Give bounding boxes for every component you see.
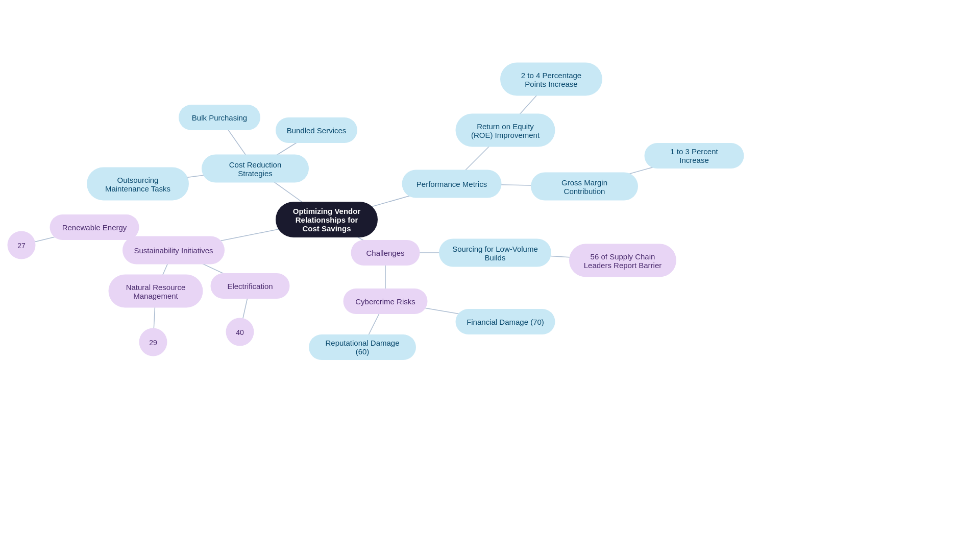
- node-circle_40[interactable]: 40: [226, 318, 254, 346]
- node-outsourcing[interactable]: Outsourcing Maintenance Tasks: [87, 167, 189, 201]
- node-natural_resource[interactable]: Natural Resource Management: [109, 275, 203, 308]
- node-electrification[interactable]: Electrification: [211, 273, 290, 299]
- node-bundled_services[interactable]: Bundled Services: [276, 117, 357, 143]
- node-supply_chain_barrier[interactable]: 56 of Supply Chain Leaders Report Barrie…: [569, 244, 676, 277]
- node-reputational_damage[interactable]: Reputational Damage (60): [309, 334, 416, 360]
- node-bulk_purchasing[interactable]: Bulk Purchasing: [179, 105, 260, 130]
- node-percentage_increase[interactable]: 2 to 4 Percentage Points Increase: [500, 63, 602, 96]
- node-cost_reduction[interactable]: Cost Reduction Strategies: [202, 155, 309, 183]
- node-circle_29[interactable]: 29: [139, 328, 167, 356]
- mindmap-container: Optimizing Vendor Relationships for Cost…: [0, 0, 980, 553]
- node-sustainability[interactable]: Sustainability Initiatives: [122, 236, 225, 265]
- node-center[interactable]: Optimizing Vendor Relationships for Cost…: [276, 202, 378, 237]
- node-gross_margin[interactable]: Gross Margin Contribution: [531, 173, 638, 201]
- node-one_to_three[interactable]: 1 to 3 Percent Increase: [645, 143, 744, 169]
- node-renewable_energy[interactable]: Renewable Energy: [50, 214, 139, 240]
- node-circle_27[interactable]: 27: [8, 231, 36, 259]
- node-sourcing_low_volume[interactable]: Sourcing for Low-Volume Builds: [439, 239, 551, 267]
- node-challenges[interactable]: Challenges: [351, 240, 420, 266]
- node-financial_damage[interactable]: Financial Damage (70): [456, 309, 555, 334]
- node-performance_metrics[interactable]: Performance Metrics: [402, 170, 502, 198]
- node-cybercrime[interactable]: Cybercrime Risks: [344, 288, 428, 314]
- node-roe_improvement[interactable]: Return on Equity (ROE) Improvement: [456, 114, 555, 147]
